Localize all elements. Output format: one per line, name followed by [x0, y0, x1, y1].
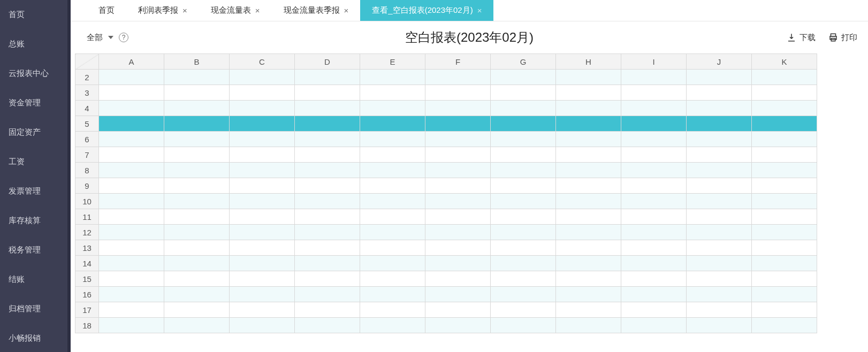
print-button[interactable]: 打印: [828, 33, 857, 43]
column-header[interactable]: A: [99, 54, 164, 70]
cell[interactable]: [164, 70, 230, 85]
tab-profit-quarterly[interactable]: 利润表季报 ×: [126, 0, 199, 21]
close-icon[interactable]: ×: [255, 6, 260, 14]
cell[interactable]: [230, 271, 295, 287]
cell[interactable]: [752, 225, 817, 240]
sidebar-item-tax[interactable]: 税务管理: [0, 235, 67, 265]
cell[interactable]: [425, 132, 491, 147]
cell[interactable]: [752, 147, 817, 163]
cell[interactable]: [164, 132, 230, 147]
cell[interactable]: [164, 302, 230, 318]
cell[interactable]: [164, 194, 230, 209]
cell[interactable]: [164, 240, 230, 256]
cell[interactable]: [230, 318, 295, 333]
cell[interactable]: [491, 101, 556, 116]
cell[interactable]: [99, 132, 164, 147]
cell[interactable]: [556, 163, 621, 178]
cell[interactable]: [556, 147, 621, 163]
cell[interactable]: [164, 116, 230, 132]
row-header[interactable]: 15: [75, 271, 99, 287]
cell[interactable]: [752, 101, 817, 116]
cell[interactable]: [230, 302, 295, 318]
cell[interactable]: [687, 194, 752, 209]
cell[interactable]: [164, 163, 230, 178]
sidebar-item-closing[interactable]: 结账: [0, 265, 67, 294]
cell[interactable]: [491, 147, 556, 163]
cell[interactable]: [687, 132, 752, 147]
cell[interactable]: [621, 318, 687, 333]
cell[interactable]: [295, 85, 360, 101]
cell[interactable]: [425, 318, 491, 333]
tab-cashflow-quarterly[interactable]: 现金流量表季报 ×: [272, 0, 361, 21]
cell[interactable]: [687, 318, 752, 333]
cell[interactable]: [230, 225, 295, 240]
cell[interactable]: [295, 271, 360, 287]
cell[interactable]: [99, 302, 164, 318]
cell[interactable]: [621, 178, 687, 194]
cell[interactable]: [556, 132, 621, 147]
cell[interactable]: [99, 271, 164, 287]
cell[interactable]: [360, 194, 425, 209]
row-header[interactable]: 17: [75, 302, 99, 318]
cell[interactable]: [425, 302, 491, 318]
cell[interactable]: [425, 256, 491, 271]
row-header[interactable]: 5: [75, 116, 99, 132]
cell[interactable]: [99, 225, 164, 240]
cell[interactable]: [621, 209, 687, 225]
close-icon[interactable]: ×: [477, 6, 482, 14]
cell[interactable]: [556, 287, 621, 302]
tab-view-blank-report[interactable]: 查看_空白报表(2023年02月) ×: [360, 0, 493, 21]
cell[interactable]: [230, 116, 295, 132]
cell[interactable]: [295, 256, 360, 271]
sidebar-item-funds[interactable]: 资金管理: [0, 88, 67, 118]
cell[interactable]: [425, 70, 491, 85]
cell[interactable]: [621, 194, 687, 209]
column-header[interactable]: I: [621, 54, 687, 70]
cell[interactable]: [491, 116, 556, 132]
cell[interactable]: [230, 256, 295, 271]
cell[interactable]: [360, 101, 425, 116]
cell[interactable]: [360, 116, 425, 132]
cell[interactable]: [621, 240, 687, 256]
cell[interactable]: [295, 147, 360, 163]
cell[interactable]: [360, 147, 425, 163]
tab-home[interactable]: 首页: [87, 0, 126, 21]
row-header[interactable]: 14: [75, 256, 99, 271]
tab-cashflow[interactable]: 现金流量表 ×: [199, 0, 272, 21]
cell[interactable]: [752, 178, 817, 194]
cell[interactable]: [491, 318, 556, 333]
cell[interactable]: [230, 194, 295, 209]
cell[interactable]: [230, 132, 295, 147]
cell[interactable]: [556, 318, 621, 333]
cell[interactable]: [687, 178, 752, 194]
cell[interactable]: [621, 85, 687, 101]
cell[interactable]: [687, 101, 752, 116]
cell[interactable]: [99, 101, 164, 116]
cell[interactable]: [491, 225, 556, 240]
cell[interactable]: [230, 70, 295, 85]
cell[interactable]: [360, 209, 425, 225]
cell[interactable]: [360, 256, 425, 271]
cell[interactable]: [99, 209, 164, 225]
cell[interactable]: [295, 70, 360, 85]
cell[interactable]: [752, 132, 817, 147]
cell[interactable]: [99, 194, 164, 209]
cell[interactable]: [295, 225, 360, 240]
cell[interactable]: [556, 271, 621, 287]
cell[interactable]: [556, 194, 621, 209]
cell[interactable]: [425, 209, 491, 225]
cell[interactable]: [687, 70, 752, 85]
cell[interactable]: [295, 178, 360, 194]
row-header[interactable]: 8: [75, 163, 99, 178]
cell[interactable]: [360, 240, 425, 256]
cell[interactable]: [491, 240, 556, 256]
row-header[interactable]: 12: [75, 225, 99, 240]
cell[interactable]: [425, 116, 491, 132]
cell[interactable]: [687, 240, 752, 256]
cell[interactable]: [687, 163, 752, 178]
cell[interactable]: [99, 85, 164, 101]
cell[interactable]: [230, 163, 295, 178]
cell[interactable]: [687, 209, 752, 225]
cell[interactable]: [360, 225, 425, 240]
cell[interactable]: [687, 147, 752, 163]
